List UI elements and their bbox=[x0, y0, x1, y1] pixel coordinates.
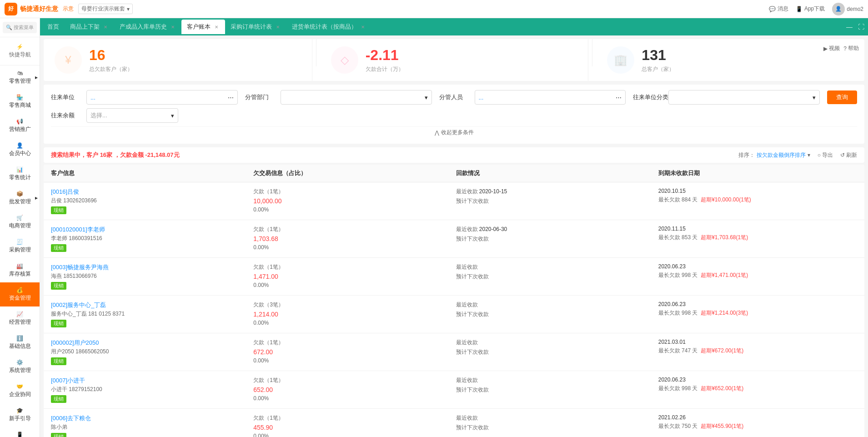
debt-amount[interactable]: 10,000.00 bbox=[253, 197, 452, 205]
customer-name-link[interactable]: [0003]畅捷服务尹海燕 bbox=[51, 263, 250, 271]
next-payment: 预计下次收款 bbox=[456, 197, 655, 205]
sidebar-item-label: 经营管理 bbox=[9, 318, 31, 326]
debt-amount[interactable]: 455.90 bbox=[253, 424, 452, 431]
sidebar-item-finance[interactable]: 💰 资金管理 bbox=[0, 282, 40, 306]
search-menu-button[interactable]: 🔍 搜索菜单 bbox=[3, 22, 37, 33]
overdue-link[interactable]: 超期¥672.00(1笔) bbox=[701, 347, 743, 354]
top-link[interactable]: 示意 bbox=[63, 5, 74, 13]
user-profile[interactable]: 👤 demo2 bbox=[832, 3, 863, 15]
customer-name-link[interactable]: [0002]服务中心_丁磊 bbox=[51, 301, 250, 309]
filter-dept-select[interactable]: ▾ bbox=[281, 90, 432, 105]
tab-close-icon[interactable]: ✕ bbox=[102, 24, 109, 30]
sort-value[interactable]: 按欠款金额倒序排序 bbox=[757, 151, 806, 159]
sidebar-item-app-center[interactable]: 📱 应用中心 bbox=[0, 427, 40, 437]
customer-tag: 现销 bbox=[51, 206, 66, 214]
sidebar-item-member[interactable]: 👤 会员中心 bbox=[0, 138, 40, 162]
filter-dept: 分管部门 ▾ bbox=[245, 90, 432, 105]
video-button[interactable]: ▶ 视频 bbox=[823, 45, 840, 52]
results-text-prefix: 搜索结果中，客户 bbox=[51, 151, 98, 158]
filter-balance-select[interactable]: 选择... ▾ bbox=[86, 108, 178, 123]
top-bar-left: 好 畅捷通好生意 示意 母婴行业演示账套 ▾ bbox=[5, 3, 133, 15]
tab-home[interactable]: 首页 bbox=[42, 20, 65, 34]
customer-phone: 海燕 18513066976 bbox=[51, 272, 250, 280]
debt-info-cell: 欠款（3笔） 1,214.00 0.00% bbox=[253, 301, 452, 326]
customer-phone: 李老师 18600391516 bbox=[51, 235, 250, 242]
sidebar-item-system[interactable]: ⚙️ 系统管理 bbox=[0, 355, 40, 379]
overdue-link[interactable]: 超期¥10,000.00(1笔) bbox=[701, 196, 751, 203]
sidebar-item-inventory[interactable]: 🏭 库存核算 bbox=[0, 258, 40, 282]
sidebar-item-retail-mall[interactable]: 🏪 零售商城 bbox=[0, 90, 40, 114]
sidebar-item-marketing[interactable]: 📢 营销推广 bbox=[0, 114, 40, 138]
sidebar-item-retail-mgmt[interactable]: 🛍 零售管理 bbox=[0, 65, 40, 90]
sidebar-item-purchase-mgmt[interactable]: 🧾 采购管理 bbox=[0, 234, 40, 258]
debt-amount[interactable]: 1,703.68 bbox=[253, 235, 452, 242]
collapse-button[interactable]: ⋀ 收起更多条件 bbox=[435, 129, 474, 136]
avatar: 👤 bbox=[832, 3, 845, 15]
tab-product-shelf[interactable]: 商品上下架 ✕ bbox=[65, 20, 114, 34]
tab-goods-stats[interactable]: 进货单统计表（按商品） ✕ bbox=[286, 20, 371, 34]
filter-person-input[interactable]: ... ⋯ bbox=[475, 90, 626, 105]
customer-name-link[interactable]: [0001020001]李老师 bbox=[51, 226, 250, 234]
debt-count: 欠款（1笔） bbox=[253, 414, 452, 422]
recovery-cell: 最近收款 预计下次收款 bbox=[456, 263, 655, 281]
sidebar-item-quick-nav[interactable]: ⚡ 快捷导航 bbox=[0, 40, 40, 62]
overdue-link[interactable]: 超期¥1,214.00(3笔) bbox=[701, 310, 748, 316]
app-container: 好 畅捷通好生意 示意 母婴行业演示账套 ▾ 💬 消息 📱 App下载 👤 de… bbox=[0, 0, 868, 437]
tab-close-icon[interactable]: ✕ bbox=[360, 24, 366, 30]
tab-close-icon[interactable]: ✕ bbox=[275, 24, 281, 30]
tabs-minimize-button[interactable]: — bbox=[844, 21, 854, 32]
overdue-link[interactable]: 超期¥1,703.68(1笔) bbox=[701, 234, 748, 241]
due-date: 2020.10.15 bbox=[658, 188, 857, 194]
store-selector[interactable]: 母婴行业演示账套 ▾ bbox=[78, 4, 133, 14]
help-button[interactable]: ? 帮助 bbox=[843, 45, 859, 52]
tabs-maximize-button[interactable]: ⛶ bbox=[856, 21, 866, 32]
customer-name-link[interactable]: [000002]用户2050 bbox=[51, 339, 250, 347]
refresh-button[interactable]: ↺ 刷新 bbox=[840, 151, 857, 159]
expand-icon-2: ⋯ bbox=[616, 94, 622, 101]
sidebar-item-batch-mgmt[interactable]: 📦 批发管理 bbox=[0, 186, 40, 210]
query-button[interactable]: 查询 bbox=[827, 90, 857, 104]
debt-amount[interactable]: 1,214.00 bbox=[253, 311, 452, 318]
customer-name-link[interactable]: [0016]吕俊 bbox=[51, 188, 250, 196]
filter-unit-input[interactable]: ... ⋯ bbox=[86, 90, 238, 105]
inventory-icon: 🏭 bbox=[16, 263, 23, 269]
overdue-days: 最长欠款 750 天 超期¥455.90(1笔) bbox=[658, 422, 857, 430]
summary-cards: ¥ 16 总欠款客户（家） ◇ -2.11 欠款合计（万） bbox=[44, 39, 864, 81]
tab-product-history[interactable]: 产成品入库单历史 ✕ bbox=[114, 20, 181, 34]
customer-name-link[interactable]: [0006]去下粮仓 bbox=[51, 414, 250, 422]
next-payment: 预计下次收款 bbox=[456, 386, 655, 394]
username: demo2 bbox=[847, 6, 863, 12]
sidebar-item-guide[interactable]: 🎓 新手引导 bbox=[0, 403, 40, 427]
sidebar-item-retail-stats[interactable]: 📊 零售统计 bbox=[0, 162, 40, 186]
last-payment-date: 2020-10-15 bbox=[479, 188, 507, 195]
overdue-link[interactable]: 超期¥455.90(1笔) bbox=[701, 423, 743, 429]
sidebar-item-operations[interactable]: 📈 经营管理 bbox=[0, 306, 40, 331]
debt-amount[interactable]: 672.00 bbox=[253, 348, 452, 356]
sort-label: 排序： bbox=[738, 151, 755, 159]
customer-name-link[interactable]: [0007]小进干 bbox=[51, 377, 250, 385]
tab-close-icon[interactable]: ✕ bbox=[170, 24, 176, 30]
sidebar-item-label: 资金管理 bbox=[9, 294, 31, 302]
overdue-link[interactable]: 超期¥652.00(1笔) bbox=[701, 385, 743, 392]
overdue-link[interactable]: 超期¥1,471.00(1笔) bbox=[701, 272, 748, 278]
tab-close-icon[interactable]: ✕ bbox=[213, 24, 220, 30]
filter-category-select[interactable]: ▾ bbox=[668, 90, 820, 105]
tab-customer-account[interactable]: 客户账本 ✕ bbox=[181, 20, 225, 34]
sidebar-item-basic-info[interactable]: ℹ️ 基础信息 bbox=[0, 331, 40, 355]
sidebar-item-enterprise[interactable]: 🤝 企业协同 bbox=[0, 379, 40, 403]
sidebar-item-ecommerce[interactable]: 🛒 电商管理 bbox=[0, 210, 40, 234]
debt-amount[interactable]: 652.00 bbox=[253, 386, 452, 393]
tab-purchase-order[interactable]: 采购订单统计表 ✕ bbox=[225, 20, 286, 34]
debt-customers-label: 总欠款客户（家） bbox=[89, 65, 301, 73]
results-sort: 排序： 按欠款金额倒序排序 ▾ bbox=[738, 151, 810, 159]
help-label: 帮助 bbox=[848, 45, 859, 52]
debt-ratio: 0.00% bbox=[253, 433, 452, 437]
collapse-label: 收起更多条件 bbox=[441, 129, 474, 136]
table-row: [0007]小进干 小进干 18279152100 现销 欠款（1笔） 652.… bbox=[44, 371, 864, 409]
app-download-button[interactable]: 📱 App下载 bbox=[796, 5, 825, 13]
filter-person-label: 分管人员 bbox=[439, 93, 471, 101]
message-button[interactable]: 💬 消息 bbox=[769, 5, 788, 13]
debt-amount[interactable]: 1,471.00 bbox=[253, 273, 452, 280]
export-button[interactable]: ○ 导出 bbox=[818, 151, 833, 159]
table-row: [0016]吕俊 吕俊 13026203696 现销 欠款（1笔） 10,000… bbox=[44, 182, 864, 220]
